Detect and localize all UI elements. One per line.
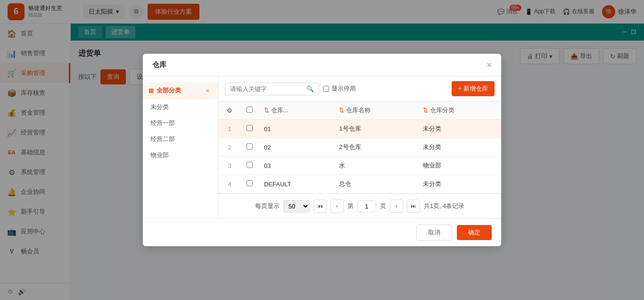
- row-checkbox-1[interactable]: [241, 120, 258, 138]
- warehouse-table: ⚙ ⇅仓库... ⇅仓库名称: [218, 101, 501, 193]
- show-disabled-checkbox[interactable]: [323, 86, 329, 92]
- prev-page-btn[interactable]: ‹: [330, 200, 344, 213]
- pagination: 每页显示 50 100 200 ⏮ ‹ 第 页 › ⏭ 共1页, 4条记录: [218, 193, 501, 218]
- table-row[interactable]: 3 03 水 物业部: [218, 157, 501, 175]
- row-num-3: 3: [218, 157, 241, 175]
- row-name-4: 总仓: [333, 175, 417, 193]
- category-item-2[interactable]: 经营二部: [143, 131, 218, 147]
- search-input[interactable]: [230, 85, 304, 92]
- row-category-2: 未分类: [417, 138, 501, 157]
- collapse-sidebar-btn[interactable]: «: [203, 86, 212, 95]
- per-page-label: 每页显示: [255, 202, 280, 210]
- row-checkbox-3[interactable]: [241, 157, 258, 175]
- category-item-1[interactable]: 经营一部: [143, 115, 218, 131]
- modal-close-button[interactable]: ×: [487, 61, 492, 69]
- col-settings: ⚙: [218, 101, 241, 120]
- row-category-4: 未分类: [417, 175, 501, 193]
- cancel-button[interactable]: 取消: [416, 225, 452, 241]
- modal-body: ⊞ 全部分类 « 未分类 经营一部 经营二部 物业部 🔍: [143, 76, 501, 218]
- table-toolbar: 🔍 显示停用 + 新增仓库: [218, 76, 501, 101]
- row-category-3: 物业部: [417, 157, 501, 175]
- sort-icon-category: ⇅: [423, 107, 428, 114]
- category-item-3[interactable]: 物业部: [143, 147, 218, 163]
- table-row[interactable]: 2 02 2号仓库 未分类: [218, 138, 501, 157]
- modal-footer: 取消 确定: [143, 218, 501, 246]
- row-num-1: 1: [218, 120, 241, 138]
- warehouse-modal: 仓库 × ⊞ 全部分类 « 未分类 经营一部 经营二部 物业部: [143, 54, 501, 246]
- sort-icon-code: ⇅: [264, 107, 269, 114]
- confirm-button[interactable]: 确定: [457, 225, 492, 240]
- row-code-3: 03: [258, 157, 333, 175]
- modal-overlay: 仓库 × ⊞ 全部分类 « 未分类 经营一部 经营二部 物业部: [0, 0, 644, 300]
- row-checkbox-2[interactable]: [241, 138, 258, 157]
- search-box[interactable]: 🔍: [225, 83, 319, 95]
- row-num-4: 4: [218, 175, 241, 193]
- row-code-2: 02: [258, 138, 333, 157]
- category-sidebar: ⊞ 全部分类 « 未分类 经营一部 经营二部 物业部: [143, 76, 218, 218]
- row-name-2: 2号仓库: [333, 138, 417, 157]
- show-disabled-checkbox-label[interactable]: 显示停用: [323, 84, 356, 93]
- page-suffix: 页: [380, 202, 386, 210]
- first-page-btn[interactable]: ⏮: [314, 200, 327, 213]
- grid-icon: ⊞: [149, 87, 154, 94]
- next-page-btn[interactable]: ›: [390, 200, 403, 213]
- table-header-row: ⚙ ⇅仓库... ⇅仓库名称: [218, 101, 501, 120]
- table-area: 🔍 显示停用 + 新增仓库 ⚙: [218, 76, 501, 218]
- modal-title: 仓库: [152, 60, 166, 69]
- last-page-btn[interactable]: ⏭: [407, 200, 420, 213]
- row-category-1: 未分类: [417, 120, 501, 138]
- table-body: 1 01 1号仓库 未分类 2 02 2号仓库: [218, 120, 501, 193]
- table-row[interactable]: 1 01 1号仓库 未分类: [218, 120, 501, 138]
- select-all-checkbox[interactable]: [247, 107, 253, 113]
- total-info: 共1页, 4条记录: [424, 202, 465, 210]
- row-name-1: 1号仓库: [333, 120, 417, 138]
- current-page-input[interactable]: [357, 200, 376, 212]
- show-disabled-label: 显示停用: [331, 84, 356, 93]
- modal-header: 仓库 ×: [143, 54, 501, 76]
- col-checkbox: [241, 101, 258, 120]
- row-checkbox-4[interactable]: [241, 175, 258, 193]
- col-gear-icon: ⚙: [227, 107, 232, 114]
- col-code: ⇅仓库...: [258, 101, 333, 120]
- category-all-header[interactable]: ⊞ 全部分类 «: [143, 82, 218, 99]
- add-warehouse-button[interactable]: + 新增仓库: [452, 81, 495, 96]
- col-name: ⇅仓库名称: [333, 101, 417, 120]
- search-icon: 🔍: [306, 85, 314, 92]
- row-code-1: 01: [258, 120, 333, 138]
- table-row[interactable]: 4 DEFAULT 总仓 未分类: [218, 175, 501, 193]
- row-num-2: 2: [218, 138, 241, 157]
- page-label: 第: [347, 202, 354, 210]
- sort-icon-name: ⇅: [339, 107, 344, 114]
- category-all-label: 全部分类: [157, 86, 181, 95]
- row-code-4: DEFAULT: [258, 175, 333, 193]
- row-name-3: 水: [333, 157, 417, 175]
- col-category: ⇅仓库分类: [417, 101, 501, 120]
- category-item-0[interactable]: 未分类: [143, 99, 218, 115]
- table-scroll-area: ⚙ ⇅仓库... ⇅仓库名称: [218, 101, 501, 193]
- per-page-select[interactable]: 50 100 200: [283, 200, 310, 213]
